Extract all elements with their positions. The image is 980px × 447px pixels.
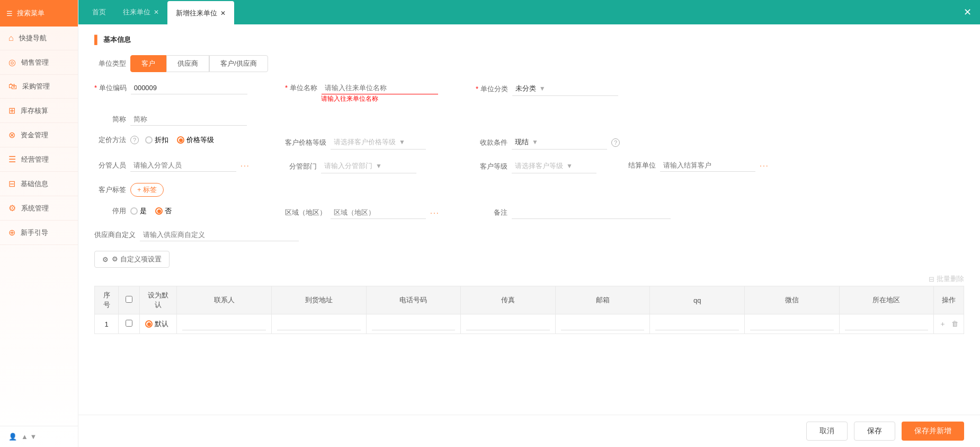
sidebar-search-label: 搜索菜单 xyxy=(17,8,44,18)
row-email-input[interactable] xyxy=(561,318,645,330)
row-fax[interactable] xyxy=(461,314,556,334)
disable-yes-label: 是 xyxy=(140,206,147,216)
custom-settings-btn[interactable]: ⚙ ⚙ 自定义项设置 xyxy=(94,251,170,268)
notes-input[interactable] xyxy=(512,206,671,219)
pricing-row: 定价方法 ? 折扣 价格等级 客户价格等级 请选择客户价格等级 xyxy=(94,135,964,150)
row-phone-input[interactable] xyxy=(372,318,456,330)
disable-radio-yes[interactable]: 是 xyxy=(130,206,147,216)
row-contact[interactable] xyxy=(177,314,272,334)
pricing-radio-discount[interactable]: 折扣 xyxy=(145,135,168,145)
chevron-down-icon-2: ▼ xyxy=(399,138,405,146)
region-more-btn[interactable]: ··· xyxy=(430,208,440,217)
row-region[interactable] xyxy=(839,314,934,334)
unit-category-dropdown[interactable]: 未分类 ▼ xyxy=(512,82,618,96)
row-phone[interactable] xyxy=(366,314,461,334)
row-qq[interactable] xyxy=(650,314,745,334)
basic-info-icon: ⊟ xyxy=(8,179,15,189)
payment-terms-dropdown[interactable]: 现结 ▼ xyxy=(512,135,607,150)
sidebar-item-purchase-mgmt[interactable]: 🛍 采购管理 xyxy=(0,75,78,99)
customer-level-dropdown[interactable]: 请选择客户等级 ▼ xyxy=(512,159,596,173)
add-tag-btn[interactable]: + 标签 xyxy=(130,183,164,197)
row-default-radio[interactable]: 默认 xyxy=(145,319,171,329)
col-address: 到货地址 xyxy=(272,286,367,314)
form-area: ▌ 基本信息 单位类型 客户 供应商 客户/供应商 单位编码 xyxy=(78,24,980,415)
custom-settings-label: ⚙ 自定义项设置 xyxy=(112,255,162,264)
payment-help-icon[interactable]: ? xyxy=(611,138,620,147)
tab-new-partner[interactable]: 新增往来单位 ✕ xyxy=(167,1,234,25)
department-dropdown[interactable]: 请输入分管部门 ▼ xyxy=(321,159,416,173)
unit-btn-supplier[interactable]: 供应商 xyxy=(166,55,209,72)
settlement-unit-input[interactable] xyxy=(660,159,755,172)
select-all-checkbox[interactable] xyxy=(126,296,132,303)
row-address[interactable] xyxy=(272,314,367,334)
row-contact-input[interactable] xyxy=(182,318,266,330)
row-delete-btn[interactable]: 🗑 xyxy=(951,320,958,328)
sidebar-item-basic-info[interactable]: ⊟ 基础信息 xyxy=(0,172,78,196)
row-qq-input[interactable] xyxy=(655,318,739,330)
col-phone: 电话号码 xyxy=(366,286,461,314)
supplier-custom-input[interactable] xyxy=(140,229,299,241)
sidebar-item-operations[interactable]: ☰ 经营管理 xyxy=(0,147,78,172)
unit-type-label: 单位类型 xyxy=(94,59,126,68)
batch-delete-label: 批量删除 xyxy=(937,274,964,284)
row-wechat[interactable] xyxy=(745,314,840,334)
region-input[interactable] xyxy=(331,206,426,219)
sidebar: ☰ 搜索菜单 ⌂ 快捷导航 ◎ 销售管理 🛍 采购管理 ⊞ 库存核算 ⊗ 资金管… xyxy=(0,0,78,447)
sidebar-search[interactable]: ☰ 搜索菜单 xyxy=(0,0,78,27)
row-add-btn[interactable]: ＋ xyxy=(939,320,946,328)
system-icon: ⚙ xyxy=(8,203,16,213)
col-index: 序号 xyxy=(95,286,119,314)
quick-nav-icon: ⌂ xyxy=(8,33,14,43)
pricing-discount-label: 折扣 xyxy=(155,135,168,145)
row-email[interactable] xyxy=(555,314,650,334)
disable-radio-no[interactable]: 否 xyxy=(155,206,172,216)
pricing-radio-level[interactable]: 价格等级 xyxy=(177,135,214,145)
manager-input[interactable] xyxy=(130,159,236,172)
pricing-help-icon[interactable]: ? xyxy=(130,136,139,144)
row-select-checkbox[interactable] xyxy=(126,320,132,327)
region-group: 区域（地区） ··· xyxy=(285,206,476,219)
sidebar-item-label: 资金管理 xyxy=(21,130,48,140)
payment-terms-group: 收款条件 现结 ▼ ? xyxy=(476,135,666,150)
unit-name-group: 单位名称 请输入往来单位名称 xyxy=(285,82,476,103)
tab-new-partner-close[interactable]: ✕ xyxy=(220,10,226,17)
unit-category-label: 单位分类 xyxy=(476,84,508,94)
col-fax: 传真 xyxy=(461,286,556,314)
col-region: 所在地区 xyxy=(839,286,934,314)
settlement-more-btn[interactable]: ··· xyxy=(760,161,769,170)
unit-btn-both[interactable]: 客户/供应商 xyxy=(209,55,268,72)
global-close-btn[interactable]: ✕ xyxy=(964,6,972,18)
save-button[interactable]: 保存 xyxy=(854,422,895,441)
sidebar-item-sales-mgmt[interactable]: ◎ 销售管理 xyxy=(0,50,78,75)
disable-row: 停用 是 否 区域（地区） ··· xyxy=(94,206,964,219)
sidebar-item-inventory[interactable]: ⊞ 库存核算 xyxy=(0,99,78,123)
sidebar-item-label: 快捷导航 xyxy=(19,33,47,43)
row-wechat-input[interactable] xyxy=(750,318,834,330)
sidebar-item-finance[interactable]: ⊗ 资金管理 xyxy=(0,123,78,147)
unit-code-group: 单位编码 xyxy=(94,82,285,94)
customer-price-level-dropdown[interactable]: 请选择客户价格等级 ▼ xyxy=(331,135,426,150)
unit-type-row: 单位类型 客户 供应商 客户/供应商 xyxy=(94,55,964,72)
tab-partners[interactable]: 往来单位 ✕ xyxy=(114,0,167,24)
manager-more-btn[interactable]: ··· xyxy=(240,161,250,170)
tab-home[interactable]: 首页 xyxy=(84,0,114,24)
radio-circle-yes xyxy=(130,207,138,215)
chevron-down-icon-3: ▼ xyxy=(532,138,538,146)
sidebar-item-beginner[interactable]: ⊕ 新手引导 xyxy=(0,221,78,245)
row-address-input[interactable] xyxy=(277,318,361,330)
supplier-custom-group: 供应商自定义 xyxy=(94,229,299,241)
row-checkbox[interactable] xyxy=(119,314,140,334)
row-fax-input[interactable] xyxy=(466,318,550,330)
short-name-input[interactable] xyxy=(130,113,247,126)
cancel-button[interactable]: 取消 xyxy=(806,422,848,441)
batch-delete-area: ⊟ 批量删除 xyxy=(94,274,964,284)
sidebar-item-system-mgmt[interactable]: ⚙ 系统管理 xyxy=(0,196,78,221)
save-new-button[interactable]: 保存并新增 xyxy=(902,422,964,441)
sidebar-item-quick-nav[interactable]: ⌂ 快捷导航 xyxy=(0,27,78,50)
unit-btn-customer[interactable]: 客户 xyxy=(130,55,166,72)
shortname-row: 简称 xyxy=(94,113,964,126)
tab-partners-close[interactable]: ✕ xyxy=(154,8,159,16)
row-region-input[interactable] xyxy=(845,318,929,330)
unit-code-input[interactable] xyxy=(131,82,247,94)
unit-name-input[interactable] xyxy=(322,82,438,94)
